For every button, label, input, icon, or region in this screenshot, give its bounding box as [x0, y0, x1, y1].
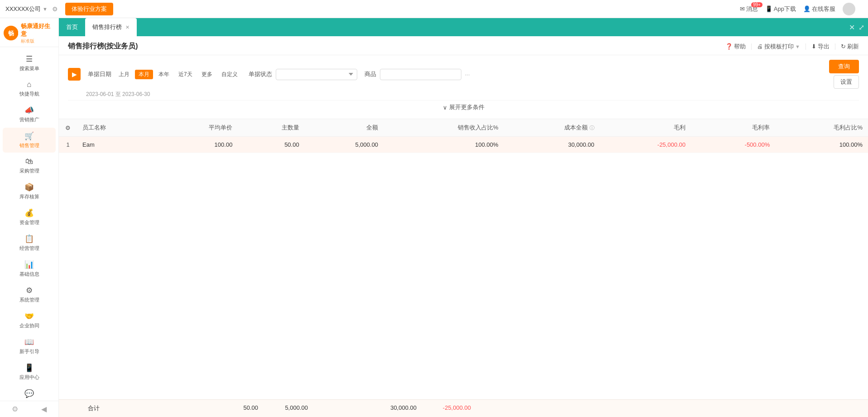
- refresh-icon: ↻: [841, 43, 846, 50]
- filter-toggle-icon[interactable]: ▶: [68, 68, 81, 81]
- cell-gross: -25,000.00: [600, 137, 691, 153]
- sidebar-item-app-center[interactable]: 📱 应用中心: [3, 359, 56, 384]
- avatar[interactable]: [843, 3, 855, 15]
- company-selector[interactable]: XXXXXX公司 ▼: [5, 5, 48, 13]
- date-tab-more[interactable]: 更多: [198, 70, 216, 79]
- system-icon: ⚙: [26, 286, 33, 295]
- col-avg-price: 平均单价: [158, 119, 238, 137]
- status-filter-label: 单据状态: [249, 70, 272, 78]
- cell-sales-ratio: 100.00%: [384, 137, 504, 153]
- message-icon: ✉: [740, 5, 745, 12]
- page-header: 销售排行榜(按业务员) ❓ 帮助 🖨 按模板打印 ▼ ⬇: [59, 36, 868, 55]
- col-gross: 毛利: [600, 119, 691, 137]
- logo-line1: 畅康通好生意: [21, 23, 55, 38]
- table-row[interactable]: 1Eam100.0050.005,000.00100.00%30,000.00-…: [59, 137, 868, 153]
- quick-nav-icon: ⌂: [27, 80, 31, 89]
- toggle-arrow-icon: ▶: [72, 71, 77, 78]
- online-service-button[interactable]: 👤 在线客服: [803, 5, 835, 13]
- sidebar-item-quick-nav[interactable]: ⌂ 快捷导航: [3, 77, 56, 101]
- export-icon: ⬇: [811, 43, 816, 50]
- sidebar-item-enterprise[interactable]: 🤝 企业协同: [3, 308, 56, 333]
- export-button[interactable]: ⬇ 导出: [811, 43, 830, 51]
- tab-close-icon[interactable]: ✕: [125, 24, 129, 30]
- goods-input[interactable]: [380, 69, 461, 80]
- expand-button[interactable]: ∨ 展开更多条件: [443, 103, 484, 111]
- inventory-icon: 📦: [24, 182, 34, 192]
- table-wrapper: ⚙ 员工名称 平均单价 主数量 全额 销售收入占比% 成本全额 ⓘ 毛利 毛利率…: [59, 119, 868, 399]
- sidebar-item-guide[interactable]: 📖 新手引导: [3, 334, 56, 359]
- wechat-icon: 💬: [24, 389, 34, 398]
- layout: 畅 畅康通好生意 标准版 ☰ 搜索菜单 ⌂ 快捷导航 📣 营销推广 🛒 销售: [0, 18, 868, 417]
- sidebar-collapse-icon[interactable]: ◀: [41, 405, 47, 413]
- app-label: App下载: [774, 5, 796, 13]
- app-center-icon: 📱: [24, 363, 34, 373]
- sidebar-item-inventory[interactable]: 📦 库存核算: [3, 179, 56, 204]
- sidebar-item-purchase[interactable]: 🛍 采购管理: [3, 153, 56, 178]
- col-settings[interactable]: ⚙: [59, 119, 77, 137]
- message-button[interactable]: ✉ 消息 99+: [740, 5, 758, 13]
- date-tab-this-year[interactable]: 本年: [155, 70, 173, 79]
- sales-icon: 🛒: [24, 131, 34, 141]
- sidebar-item-label: 系统管理: [19, 297, 39, 303]
- help-button[interactable]: ❓ 帮助: [725, 43, 746, 51]
- date-tab-7days[interactable]: 近7天: [175, 70, 196, 79]
- divider2: [806, 43, 806, 50]
- filter-status: 单据状态: [249, 69, 357, 80]
- date-tab-last-month[interactable]: 上月: [115, 70, 133, 79]
- app-download-button[interactable]: 📱 App下载: [765, 5, 796, 13]
- cell-qty: 50.00: [238, 137, 304, 153]
- print-arrow-icon: ▼: [795, 44, 800, 49]
- footer-amount: 5,000.00: [264, 404, 313, 412]
- settings-button[interactable]: 设置: [834, 75, 859, 89]
- sidebar: 畅 畅康通好生意 标准版 ☰ 搜索菜单 ⌂ 快捷导航 📣 营销推广 🛒 销售: [0, 18, 59, 417]
- sidebar-item-wechat[interactable]: 💬 企业微信: [3, 385, 56, 401]
- tab-home[interactable]: 首页: [59, 18, 85, 36]
- help-icon: ❓: [725, 43, 733, 50]
- footer-gross: -25,000.00: [422, 404, 476, 412]
- sidebar-item-basic-info[interactable]: 📊 基础信息: [3, 256, 56, 281]
- filter-date: 单据日期 上月 本月 本年 近7天 更多 自定义: [88, 70, 241, 79]
- filter-actions: 查询 设置: [829, 60, 859, 89]
- query-button[interactable]: 查询: [829, 60, 859, 73]
- refresh-button[interactable]: ↻ 刷新: [841, 43, 859, 51]
- company-settings-icon[interactable]: ⚙: [52, 5, 58, 13]
- tab-sales-rank[interactable]: 销售排行榜 ✕: [85, 18, 137, 36]
- sidebar-item-finance[interactable]: 💰 资金管理: [3, 205, 56, 230]
- logo-icon: 畅: [4, 25, 18, 41]
- status-select[interactable]: [276, 69, 357, 80]
- sidebar-items: ☰ 搜索菜单 ⌂ 快捷导航 📣 营销推广 🛒 销售管理 🛍 采购管理 📦 库: [0, 47, 58, 401]
- tabs-expand-icon[interactable]: ⤢: [858, 23, 864, 32]
- sidebar-item-system[interactable]: ⚙ 系统管理: [3, 282, 56, 307]
- footer-cost: 30,000.00: [363, 404, 422, 412]
- cell-name: Eam: [77, 137, 158, 153]
- cell-cost: 30,000.00: [504, 137, 600, 153]
- col-gross-rate: 毛利率: [691, 119, 775, 137]
- col-amount: 全额: [305, 119, 384, 137]
- search-order-icon: ☰: [26, 54, 33, 64]
- date-tab-custom[interactable]: 自定义: [218, 70, 241, 79]
- page-area: 销售排行榜(按业务员) ❓ 帮助 🖨 按模板打印 ▼ ⬇: [59, 36, 868, 417]
- refresh-label: 刷新: [847, 43, 859, 51]
- sidebar-item-label: 库存核算: [19, 193, 39, 200]
- expand-label: 展开更多条件: [449, 103, 484, 111]
- tab-home-label: 首页: [66, 23, 78, 31]
- goods-more-icon[interactable]: ···: [465, 71, 470, 78]
- col-cost: 成本全额 ⓘ: [504, 119, 600, 137]
- tabs-minimize-icon[interactable]: ✕: [849, 23, 855, 32]
- date-range-display: 2023-06-01 至 2023-06-30: [84, 91, 859, 98]
- footer-label: 合计: [64, 404, 218, 412]
- expand-row: ∨ 展开更多条件: [68, 100, 859, 114]
- trial-button[interactable]: 体验行业方案: [65, 3, 113, 15]
- sidebar-bottom-settings-icon[interactable]: ⚙: [12, 405, 18, 413]
- sidebar-item-marketing[interactable]: 📣 营销推广: [3, 102, 56, 127]
- sidebar-item-operations[interactable]: 📋 经营管理: [3, 230, 56, 255]
- sidebar-item-label: 采购管理: [19, 168, 39, 174]
- sidebar-logo: 畅 畅康通好生意 标准版: [0, 18, 58, 47]
- filter-bar: ▶ 单据日期 上月 本月 本年 近7天 更多 自定义: [59, 55, 868, 119]
- print-button[interactable]: 🖨 按模板打印 ▼: [757, 43, 800, 51]
- sidebar-item-sales[interactable]: 🛒 销售管理: [3, 128, 56, 153]
- sidebar-item-label: 资金管理: [19, 219, 39, 226]
- finance-icon: 💰: [24, 208, 34, 218]
- date-tab-this-month[interactable]: 本月: [135, 70, 153, 79]
- sidebar-item-search-order[interactable]: ☰ 搜索菜单: [3, 51, 56, 76]
